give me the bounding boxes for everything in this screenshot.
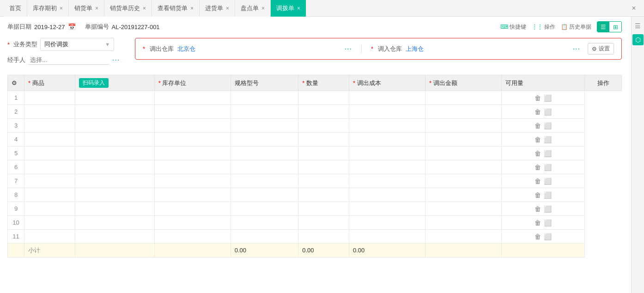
tab-home[interactable]: 首页 bbox=[4, 0, 27, 17]
delete-icon[interactable]: 🗑 bbox=[533, 150, 542, 157]
tab-inventory-check-close[interactable]: × bbox=[261, 5, 265, 12]
cell-qty[interactable] bbox=[231, 216, 298, 230]
cell-qty[interactable] bbox=[231, 146, 298, 160]
copy-icon[interactable]: ⬜ bbox=[542, 219, 553, 226]
scan-button[interactable]: 扫码录入 bbox=[79, 78, 109, 88]
delete-icon[interactable]: 🗑 bbox=[533, 94, 542, 102]
cell-cost[interactable] bbox=[298, 105, 349, 119]
cell-product[interactable] bbox=[24, 105, 75, 119]
cell-qty[interactable] bbox=[231, 230, 298, 244]
cell-spec[interactable] bbox=[154, 105, 231, 119]
cell-amount[interactable] bbox=[349, 188, 425, 202]
cell-amount[interactable] bbox=[349, 119, 425, 133]
cell-cost[interactable] bbox=[298, 160, 349, 174]
history-button[interactable]: 📋 历史单据 bbox=[561, 23, 591, 31]
delete-icon[interactable]: 🗑 bbox=[533, 108, 542, 116]
shortcuts-button[interactable]: ⌨ 快捷键 bbox=[500, 23, 526, 31]
cell-spec[interactable] bbox=[154, 230, 231, 244]
list-view-icon[interactable]: ☰ bbox=[597, 22, 609, 32]
cell-product[interactable] bbox=[24, 91, 75, 105]
cell-qty[interactable] bbox=[231, 174, 298, 188]
cell-unit[interactable] bbox=[75, 202, 154, 216]
cell-product[interactable] bbox=[24, 160, 75, 174]
cell-unit[interactable] bbox=[75, 216, 154, 230]
cell-unit[interactable] bbox=[75, 188, 154, 202]
cell-qty[interactable] bbox=[231, 160, 298, 174]
cell-spec[interactable] bbox=[154, 188, 231, 202]
copy-icon[interactable]: ⬜ bbox=[542, 191, 553, 199]
cell-amount[interactable] bbox=[349, 160, 425, 174]
cell-amount[interactable] bbox=[349, 146, 425, 160]
tab-purchase-order-close[interactable]: × bbox=[226, 5, 229, 12]
cell-product[interactable] bbox=[24, 174, 75, 188]
cell-amount[interactable] bbox=[349, 91, 425, 105]
cell-qty[interactable] bbox=[231, 188, 298, 202]
cell-cost[interactable] bbox=[298, 174, 349, 188]
sidebar-external-icon[interactable]: ⬡ bbox=[632, 34, 644, 45]
cell-cost[interactable] bbox=[298, 91, 349, 105]
calendar-icon[interactable]: 📅 bbox=[68, 23, 76, 31]
tab-inventory-check[interactable]: 盘点单 × bbox=[235, 0, 271, 17]
delete-icon[interactable]: 🗑 bbox=[533, 219, 542, 226]
delete-icon[interactable]: 🗑 bbox=[533, 122, 542, 129]
cell-amount[interactable] bbox=[349, 202, 425, 216]
cell-product[interactable] bbox=[24, 119, 75, 133]
tab-view-sales-close[interactable]: × bbox=[190, 5, 194, 12]
cell-cost[interactable] bbox=[298, 202, 349, 216]
cell-amount[interactable] bbox=[349, 174, 425, 188]
cell-product[interactable] bbox=[24, 230, 75, 244]
copy-icon[interactable]: ⬜ bbox=[542, 136, 553, 143]
sidebar-list-icon[interactable]: ☰ bbox=[632, 20, 644, 31]
cell-cost[interactable] bbox=[298, 119, 349, 133]
delete-icon[interactable]: 🗑 bbox=[533, 191, 542, 199]
cell-cost[interactable] bbox=[298, 133, 349, 146]
warehouse-in-more-icon[interactable]: ··· bbox=[573, 45, 580, 53]
cell-cost[interactable] bbox=[298, 216, 349, 230]
cell-product[interactable] bbox=[24, 216, 75, 230]
cell-spec[interactable] bbox=[154, 174, 231, 188]
cell-qty[interactable] bbox=[231, 133, 298, 146]
cell-qty[interactable] bbox=[231, 202, 298, 216]
cell-spec[interactable] bbox=[154, 202, 231, 216]
copy-icon[interactable]: ⬜ bbox=[542, 150, 553, 157]
copy-icon[interactable]: ⬜ bbox=[542, 94, 553, 102]
cell-spec[interactable] bbox=[154, 91, 231, 105]
cell-unit[interactable] bbox=[75, 105, 154, 119]
handler-input[interactable] bbox=[28, 55, 109, 65]
cell-product[interactable] bbox=[24, 133, 75, 146]
warehouse-in-value[interactable]: 上海仓 bbox=[406, 45, 424, 53]
tab-transfer-order-close[interactable]: × bbox=[297, 5, 300, 12]
operations-button[interactable]: ⋮⋮ 操作 bbox=[532, 23, 555, 31]
copy-icon[interactable]: ⬜ bbox=[542, 177, 553, 185]
settings-button[interactable]: ⚙ 设置 bbox=[588, 43, 614, 55]
cell-qty[interactable] bbox=[231, 105, 298, 119]
cell-cost[interactable] bbox=[298, 230, 349, 244]
tab-sales-history[interactable]: 销货单历史 × bbox=[104, 0, 152, 17]
cell-spec[interactable] bbox=[154, 160, 231, 174]
tab-purchase-order[interactable]: 进货单 × bbox=[200, 0, 235, 17]
copy-icon[interactable]: ⬜ bbox=[542, 233, 553, 240]
cell-product[interactable] bbox=[24, 188, 75, 202]
delete-icon[interactable]: 🗑 bbox=[533, 136, 542, 143]
close-all-tabs[interactable]: × bbox=[627, 2, 640, 15]
delete-icon[interactable]: 🗑 bbox=[533, 205, 542, 213]
copy-icon[interactable]: ⬜ bbox=[542, 108, 553, 116]
cell-amount[interactable] bbox=[349, 216, 425, 230]
cell-spec[interactable] bbox=[154, 216, 231, 230]
cell-qty[interactable] bbox=[231, 91, 298, 105]
cell-unit[interactable] bbox=[75, 133, 154, 146]
warehouse-out-value[interactable]: 北京仓 bbox=[177, 45, 195, 53]
tab-inventory-init-close[interactable]: × bbox=[60, 5, 63, 12]
tab-sales-history-close[interactable]: × bbox=[143, 5, 146, 12]
col-gear[interactable]: ⚙ bbox=[8, 75, 24, 91]
copy-icon[interactable]: ⬜ bbox=[542, 164, 553, 171]
cell-cost[interactable] bbox=[298, 188, 349, 202]
cell-spec[interactable] bbox=[154, 146, 231, 160]
delete-icon[interactable]: 🗑 bbox=[533, 177, 542, 185]
cell-amount[interactable] bbox=[349, 105, 425, 119]
cell-unit[interactable] bbox=[75, 160, 154, 174]
cell-product[interactable] bbox=[24, 202, 75, 216]
cell-qty[interactable] bbox=[231, 119, 298, 133]
cell-amount[interactable] bbox=[349, 133, 425, 146]
cell-unit[interactable] bbox=[75, 119, 154, 133]
